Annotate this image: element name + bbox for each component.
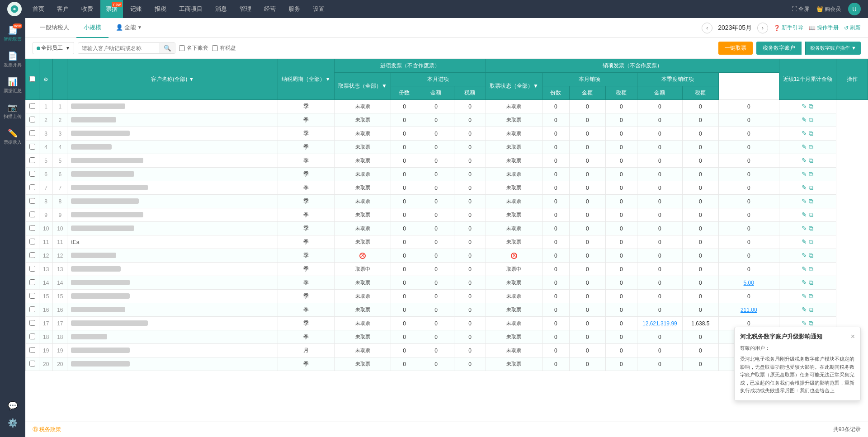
checkbox-owned-accounts[interactable]: 名下账套 [179,44,208,52]
row-checkbox-cell[interactable] [26,141,39,154]
row-checkbox-cell[interactable] [26,113,39,127]
fullscreen-btn[interactable]: ⛶ 全屏 [792,5,809,13]
th-in-status[interactable]: 取票状态（全部）▼ [335,73,391,100]
sidebar-item-invoice-open[interactable]: 📄 发票开具 [1,47,24,71]
nav-management[interactable]: 管理 [234,0,257,18]
copy-icon[interactable]: ⧉ [809,143,813,151]
copy-icon[interactable]: ⧉ [809,116,813,124]
row-name-cell[interactable] [67,317,278,330]
edit-icon[interactable]: ✎ [802,265,807,273]
edit-icon[interactable]: ✎ [802,225,807,232]
copy-icon[interactable]: ⧉ [809,320,813,327]
owned-accounts-checkbox[interactable] [179,45,185,51]
copy-icon[interactable]: ⧉ [809,184,813,192]
red-amount-link[interactable]: 12,621,319.99 [642,320,677,327]
manual-link[interactable]: 📖 操作手册 [809,24,839,32]
row-checkbox-cell[interactable] [26,195,39,208]
nav-settings[interactable]: 设置 [307,0,330,18]
th-customer-name[interactable]: 客户名称(全部) ▼ [67,59,278,100]
nav-invoice[interactable]: 票据 new [100,0,123,18]
row-checkbox-cell[interactable] [26,181,39,195]
row-checkbox-cell[interactable] [26,235,39,249]
sidebar-item-config[interactable]: ⚙️ [1,414,24,432]
row-select-checkbox[interactable] [29,198,35,204]
row-select-checkbox[interactable] [29,171,35,177]
copy-icon[interactable]: ⧉ [809,225,813,232]
row-name-cell[interactable] [67,208,278,222]
tab-small-scale[interactable]: 小规模 [76,18,108,38]
row-select-checkbox[interactable] [29,157,35,163]
row-name-cell[interactable] [67,195,278,208]
row-name-cell[interactable] [67,344,278,357]
nav-message[interactable]: 消息 [210,0,232,18]
row-name-cell[interactable] [67,330,278,344]
tab-all[interactable]: 👤 全能 ▼ [108,18,149,38]
th-tax-period[interactable]: 纳税周期（全部）▼ [278,59,335,100]
edit-icon[interactable]: ✎ [802,211,807,219]
row-checkbox-cell[interactable] [26,317,39,330]
sidebar-item-scan-upload[interactable]: 📷 扫描上传 [1,99,24,123]
next-month-btn[interactable]: › [757,23,768,33]
search-input[interactable] [78,43,160,53]
row-checkbox-cell[interactable] [26,100,39,113]
row-select-checkbox[interactable] [29,306,35,312]
row-name-cell[interactable] [67,222,278,235]
row-checkbox-cell[interactable] [26,290,39,303]
digital-account-dropdown-btn[interactable]: 税务数字账户操作 ▼ [805,42,861,55]
row-checkbox-cell[interactable] [26,154,39,168]
row-checkbox-cell[interactable] [26,222,39,235]
row-select-checkbox[interactable] [29,279,35,285]
sidebar-item-smart-ticket[interactable]: 🧾 智能取票 new [1,22,24,46]
copy-icon[interactable]: ⧉ [809,170,813,178]
select-all-checkbox[interactable] [29,76,35,82]
copy-icon[interactable]: ⧉ [809,197,813,205]
row-name-cell[interactable] [67,154,278,168]
copy-icon[interactable]: ⧉ [809,265,813,273]
new-guide-link[interactable]: ❓ 新手引导 [774,24,803,32]
edit-icon[interactable]: ✎ [802,143,807,151]
row-name-cell[interactable] [67,357,278,371]
row-select-checkbox[interactable] [29,320,35,326]
row-checkbox-cell[interactable] [26,263,39,276]
nav-operation[interactable]: 经营 [259,0,281,18]
cumulative-link[interactable]: 211.00 [741,307,757,313]
row-select-checkbox[interactable] [29,117,35,122]
edit-icon[interactable]: ✎ [802,184,807,192]
refresh-link[interactable]: ↺ 刷新 [844,24,861,32]
edit-icon[interactable]: ✎ [802,116,807,124]
row-select-checkbox[interactable] [29,266,35,272]
row-name-cell[interactable] [67,113,278,127]
row-select-checkbox[interactable] [29,211,35,217]
has-taxdisk-checkbox[interactable] [212,45,218,51]
row-checkbox-cell[interactable] [26,303,39,317]
copy-icon[interactable]: ⧉ [809,238,813,246]
row-select-checkbox[interactable] [29,184,35,190]
row-select-checkbox[interactable] [29,347,35,353]
row-name-cell[interactable] [67,303,278,317]
sidebar-item-chat[interactable]: 💬 [1,397,24,414]
nav-tax[interactable]: 报税 [149,0,172,18]
edit-icon[interactable]: ✎ [802,279,807,287]
edit-icon[interactable]: ✎ [802,292,807,300]
edit-icon[interactable]: ✎ [802,320,807,327]
employee-filter[interactable]: 全部员工 ▼ [33,42,74,54]
row-select-checkbox[interactable] [29,239,35,244]
edit-icon[interactable]: ✎ [802,103,807,110]
edit-icon[interactable]: ✎ [802,130,807,137]
nav-business[interactable]: 工商项目 [174,0,208,18]
nav-bookkeeping[interactable]: 记账 [125,0,147,18]
row-checkbox-cell[interactable] [26,276,39,290]
nav-service[interactable]: 服务 [283,0,306,18]
digital-account-btn[interactable]: 税务数字账户 [756,42,802,55]
copy-icon[interactable]: ⧉ [809,211,813,219]
row-select-checkbox[interactable] [29,252,35,258]
row-checkbox-cell[interactable] [26,330,39,344]
search-button[interactable]: 🔍 [160,43,175,53]
row-name-cell[interactable] [67,168,278,181]
notification-close-btn[interactable]: × [851,333,855,341]
row-checkbox-cell[interactable] [26,357,39,371]
th-out-status[interactable]: 取票状态（全部）▼ [486,73,542,100]
cumulative-link[interactable]: 5.00 [744,280,754,286]
one-click-fetch-btn[interactable]: 一键取票 [718,42,753,55]
row-name-cell[interactable] [67,181,278,195]
